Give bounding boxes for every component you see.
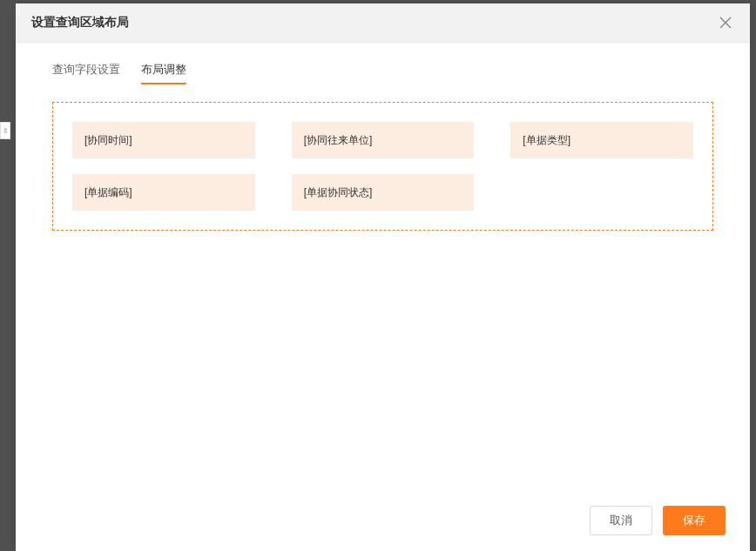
- tab-query-fields[interactable]: 查询字段设置: [52, 62, 120, 84]
- modal-body: 查询字段设置 布局调整 [协同时间] [协同往来单位] [单据类型] [单据编码…: [16, 43, 750, 495]
- save-button[interactable]: 保存: [663, 506, 726, 535]
- modal-header: 设置查询区域布局: [16, 3, 750, 43]
- background-element: ⇕: [0, 122, 10, 139]
- layout-dropzone[interactable]: [协同时间] [协同往来单位] [单据类型] [单据编码] [单据协同状态]: [52, 102, 713, 231]
- tabs-container: 查询字段设置 布局调整: [52, 62, 713, 84]
- layout-item-document-type[interactable]: [单据类型]: [510, 122, 693, 158]
- layout-item-document-code[interactable]: [单据编码]: [72, 174, 255, 211]
- layout-item-collaboration-status[interactable]: [单据协同状态]: [292, 174, 475, 211]
- modal-footer: 取消 保存: [16, 495, 750, 551]
- tab-layout-adjust[interactable]: 布局调整: [141, 62, 186, 84]
- cancel-button[interactable]: 取消: [590, 506, 652, 535]
- layout-grid: [协同时间] [协同往来单位] [单据类型] [单据编码] [单据协同状态]: [72, 122, 693, 211]
- modal-title: 设置查询区域布局: [31, 15, 129, 30]
- layout-item-collaboration-time[interactable]: [协同时间]: [72, 122, 255, 158]
- close-icon[interactable]: [717, 14, 734, 31]
- layout-item-collaboration-unit[interactable]: [协同往来单位]: [292, 122, 475, 158]
- modal-dialog: 设置查询区域布局 查询字段设置 布局调整 [协同时间] [协同往来单位] [单据…: [16, 3, 750, 551]
